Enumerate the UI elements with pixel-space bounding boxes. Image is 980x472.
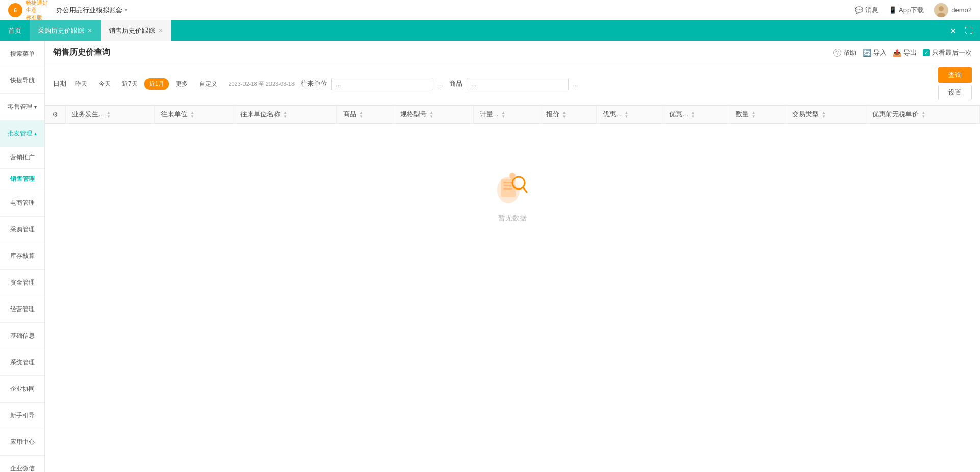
app-download-label: App下载	[899, 6, 924, 15]
app-download-action[interactable]: 📱 App下载	[889, 6, 924, 15]
content-area: 销售历史价查询 ? 帮助 🔄 导入 📤 导出 ✓	[45, 41, 980, 472]
table-col-trade-type[interactable]: 交易类型 ▲▼	[786, 106, 866, 124]
help-label: 帮助	[843, 48, 856, 57]
help-button[interactable]: ? 帮助	[833, 48, 856, 57]
header-left: 6 畅捷通好生意 标准版 办公用品行业模拟账套 ▾	[8, 0, 127, 21]
sidebar-newguide-label: 新手引导	[10, 411, 35, 420]
sidebar-item-wholesale[interactable]: 批发管理 ▴	[0, 121, 44, 147]
maximize-button[interactable]: ⛶	[963, 24, 975, 37]
table-col-unit[interactable]: 计量... ▲▼	[473, 106, 540, 124]
sidebar-item-operations[interactable]: 经营管理	[0, 296, 44, 323]
sort-icon: ▲▼	[501, 111, 505, 119]
sidebar-item-ecommerce[interactable]: 电商管理	[0, 190, 44, 217]
sidebar-item-finance[interactable]: 资金管理	[0, 270, 44, 296]
query-button[interactable]: 查询	[938, 67, 972, 83]
sidebar-item-basic-info[interactable]: 基础信息	[0, 323, 44, 349]
sidebar-item-system[interactable]: 系统管理	[0, 349, 44, 376]
sidebar-item-sales-mgmt[interactable]: 销售管理	[0, 169, 44, 190]
sidebar-finance-label: 资金管理	[10, 278, 35, 287]
svg-line-12	[523, 187, 527, 192]
app-selector[interactable]: 办公用品行业模拟账套 ▾	[56, 6, 127, 15]
col-discount1-label: 优惠...	[603, 110, 622, 118]
table-col-biz-date[interactable]: 业务发生... ▲▼	[65, 106, 155, 124]
tab-home[interactable]: 首页	[0, 20, 30, 41]
page-header-actions: ? 帮助 🔄 导入 📤 导出 ✓ 只看最后一次	[833, 48, 972, 57]
table-col-goods[interactable]: 商品 ▲▼	[337, 106, 394, 124]
table-col-partner-name[interactable]: 往来单位名称 ▲▼	[234, 106, 337, 124]
chevron-up-icon: ▴	[34, 131, 37, 136]
user-profile[interactable]: demo2	[934, 3, 972, 17]
main-layout: 搜索菜单 快捷导航 零售管理 ▾ 批发管理 ▴ 营销推广 销售管理 电商管理 采…	[0, 41, 980, 472]
col-quantity-label: 数量	[736, 110, 749, 118]
header-right: 💬 消息 📱 App下载 demo2	[855, 3, 972, 17]
tab-purchase-history[interactable]: 采购历史价跟踪 ✕	[30, 20, 101, 41]
sort-icon: ▲▼	[625, 111, 629, 119]
table-container: ⚙ 业务发生... ▲▼ 往来单位 ▲▼ 往来单位名称	[45, 106, 980, 472]
close-all-tabs-button[interactable]: ✕	[948, 24, 959, 38]
date-btn-yesterday[interactable]: 昨天	[70, 78, 92, 90]
sidebar-marketing-label: 营销推广	[10, 153, 35, 162]
table-col-quote[interactable]: 报价 ▲▼	[540, 106, 596, 124]
username: demo2	[951, 6, 972, 14]
svg-rect-9	[503, 188, 512, 190]
table-col-settings[interactable]: ⚙	[45, 106, 65, 124]
gear-icon: ⚙	[52, 111, 58, 119]
table-col-quantity[interactable]: 数量 ▲▼	[729, 106, 786, 124]
export-button[interactable]: 📤 导出	[893, 48, 917, 57]
sidebar-item-enterprise-agreement[interactable]: 企业协同	[0, 376, 44, 403]
date-filter-options: 昨天 今天 近7天 近1月 更多 自定义	[70, 78, 222, 90]
sidebar-item-purchase[interactable]: 采购管理	[0, 217, 44, 243]
col-spec-label: 规格型号	[400, 110, 427, 118]
tab-sales-history[interactable]: 销售历史价跟踪 ✕	[101, 20, 172, 41]
tab-sales-label: 销售历史价跟踪	[109, 26, 155, 35]
data-table: ⚙ 业务发生... ▲▼ 往来单位 ▲▼ 往来单位名称	[45, 106, 980, 124]
goods-input[interactable]	[467, 78, 569, 90]
tab-home-label: 首页	[8, 26, 21, 35]
sidebar-item-retail[interactable]: 零售管理 ▾	[0, 94, 44, 121]
only-last-checkbox-label[interactable]: ✓ 只看最后一次	[923, 48, 972, 57]
sidebar-item-inventory[interactable]: 库存核算	[0, 243, 44, 270]
sort-icon: ▲▼	[752, 111, 756, 119]
message-action[interactable]: 💬 消息	[855, 6, 878, 15]
tab-bar-actions: ✕ ⛶	[948, 24, 980, 38]
sidebar-item-new-guide[interactable]: 新手引导	[0, 403, 44, 429]
filter-right-buttons: 查询 设置	[938, 67, 972, 100]
sidebar-item-quick-nav[interactable]: 快捷导航	[0, 67, 44, 94]
sort-icon: ▲▼	[429, 111, 433, 119]
table-col-discount1[interactable]: 优惠... ▲▼	[597, 106, 663, 124]
sidebar-item-app-center[interactable]: 应用中心	[0, 429, 44, 456]
date-btn-last7[interactable]: 近7天	[117, 78, 142, 90]
col-partner-name-label: 往来单位名称	[240, 110, 280, 118]
phone-icon: 📱	[889, 6, 897, 14]
settings-button[interactable]: 设置	[938, 85, 972, 100]
import-button[interactable]: 🔄 导入	[863, 48, 887, 57]
col-partner-code-label: 往来单位	[161, 110, 187, 118]
sidebar-item-enterprise-wechat[interactable]: 企业微信	[0, 456, 44, 472]
table-col-spec[interactable]: 规格型号 ▲▼	[394, 106, 473, 124]
sidebar-system-label: 系统管理	[10, 358, 35, 367]
export-label: 导出	[903, 48, 917, 57]
tab-close-purchase[interactable]: ✕	[87, 27, 92, 34]
goods-dots: ...	[573, 80, 578, 88]
table-col-pretax-price[interactable]: 优惠前无税单价 ▲▼	[866, 106, 979, 124]
date-btn-custom[interactable]: 自定义	[194, 78, 222, 90]
tab-close-sales[interactable]: ✕	[158, 27, 163, 34]
sidebar-ecommerce-label: 电商管理	[10, 199, 35, 207]
goods-filter-group: 商品 ...	[449, 78, 578, 90]
sidebar-item-search[interactable]: 搜索菜单	[0, 41, 44, 67]
chevron-down-icon: ▾	[34, 104, 37, 110]
partner-dots: ...	[437, 80, 443, 88]
sidebar-item-marketing[interactable]: 营销推广	[0, 147, 44, 169]
col-discount2-label: 优惠...	[669, 110, 688, 118]
table-col-discount2[interactable]: 优惠... ▲▼	[663, 106, 729, 124]
tab-purchase-label: 采购历史价跟踪	[38, 26, 84, 35]
partner-input[interactable]	[331, 78, 433, 90]
import-label: 导入	[873, 48, 887, 57]
date-btn-today[interactable]: 今天	[94, 78, 115, 90]
sidebar-wholesale-label: 批发管理	[8, 129, 32, 138]
table-col-partner-code[interactable]: 往来单位 ▲▼	[155, 106, 234, 124]
date-btn-more[interactable]: 更多	[171, 78, 192, 90]
message-label: 消息	[865, 6, 878, 15]
filter-row: 日期 昨天 今天 近7天 近1月 更多 自定义 2023-02-18 至 202…	[53, 78, 932, 90]
date-btn-last1m[interactable]: 近1月	[144, 78, 169, 90]
